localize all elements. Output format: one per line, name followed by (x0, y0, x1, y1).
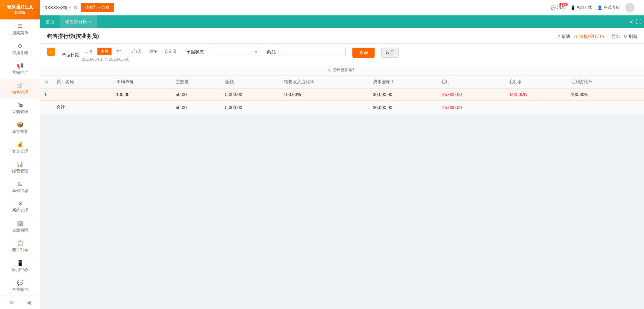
tab-actions: ✕ ⛶ (629, 19, 644, 25)
sidebar-sales-icon: 🛒 (17, 82, 24, 89)
sidebar-quick-nav-label: 快捷导航 (12, 50, 28, 56)
goods-more-icon[interactable]: ... (284, 49, 288, 54)
app-download-label: App下载 (577, 5, 592, 10)
date-range: 2023-06-01 至 2023-06-30 (82, 57, 180, 62)
sidebar-footer: ⚙ ◀ (0, 296, 40, 309)
table-footer: 合计 50.00 5,000.00 30,000.00 -25,000.00 (40, 101, 644, 114)
row-cost: 30,000.00 (369, 89, 437, 101)
goods-filter-group: 商品 ... (267, 48, 346, 56)
sidebar-item-marketing[interactable]: 📢营销推广 (0, 59, 40, 79)
gross-pct-sort-icon[interactable]: ↕ (594, 80, 596, 84)
table-header: ⚙ 员工名称 平均单价 主数量 全额 销售收入占比% 成本全额 ℹ 毛利 (40, 75, 644, 89)
app-download-button[interactable]: 📱 App下载 (570, 5, 592, 10)
sidebar-item-operation[interactable]: 📊经营管理 (0, 158, 40, 177)
filter-collapse-button[interactable]: › (47, 48, 55, 56)
date-shortcut-本年[interactable]: 本年 (113, 48, 127, 55)
help-button[interactable]: ? 帮助 (557, 34, 570, 40)
export-label: 导出 (611, 34, 620, 40)
sidebar-item-enterprise[interactable]: 🏢企业协同 (0, 217, 40, 237)
col-gross-header: 毛利 (437, 75, 504, 89)
sidebar-item-quick-nav[interactable]: ⊕快捷导航 (0, 39, 40, 59)
sidebar-quick-nav-icon: ⊕ (18, 43, 22, 49)
tab-sales-rank[interactable]: 销售排行榜 × (60, 15, 97, 28)
sidebar-collapse-icon[interactable]: ◀ (27, 299, 31, 306)
window-close-button[interactable]: ✕ (629, 19, 633, 25)
date-shortcut-近7天[interactable]: 近7天 (128, 48, 145, 55)
message-button[interactable]: 💬 消息 99+ (551, 5, 565, 10)
date-shortcut-上月[interactable]: 上月 (82, 48, 96, 55)
company-name: XXXXX公司 (44, 5, 68, 11)
refresh-button[interactable]: ↻ 刷新 (624, 34, 637, 40)
row-amount: 5,000.00 (221, 89, 280, 101)
sidebar-enterprise-icon: 🏢 (17, 220, 24, 226)
sidebar-item-search[interactable]: ☰搜索菜单 (0, 19, 40, 39)
sidebar-item-purchase[interactable]: 🛍采购管理 (0, 99, 40, 118)
sidebar-settings-icon[interactable]: ⚙ (9, 299, 14, 306)
footer-empty-5 (567, 101, 644, 114)
col-employee-header: 员工名称 (52, 75, 112, 89)
sidebar-basic-icon: 🗂 (17, 181, 23, 187)
footer-cost: 30,000.00 (369, 101, 437, 114)
sidebar-item-inventory[interactable]: 📦库存核算 (0, 118, 40, 138)
sidebar-item-sales[interactable]: 🛒销售管理 (0, 79, 40, 99)
app-download-icon: 📱 (570, 5, 575, 10)
page-title: 销售排行榜(按业务员) (47, 33, 99, 40)
app-subtitle: 标准版 (3, 10, 37, 15)
status-label: 单据状态 (186, 49, 204, 55)
sidebar-item-system[interactable]: ⚙系统管理 (0, 197, 40, 217)
date-shortcut-更多[interactable]: 更多 (146, 48, 160, 55)
expand-button[interactable]: ∨ 展开更多条件 (328, 67, 356, 73)
sidebar-system-icon: ⚙ (18, 200, 23, 207)
online-service-button[interactable]: 👤 在线客服 (597, 5, 620, 10)
col-gross-pct-header: 毛利占比% ↕ (567, 75, 644, 89)
col-cost-header: 成本全额 ℹ (369, 75, 437, 89)
settings-button[interactable]: 设置 (381, 48, 399, 58)
date-shortcut-本月[interactable]: 本月 (97, 48, 112, 55)
topbar-settings-icon[interactable]: ⚙ (73, 4, 78, 11)
online-service-icon: 👤 (597, 5, 602, 10)
row-rank: 1 (40, 89, 52, 101)
status-select[interactable]: ▾ (207, 48, 260, 56)
user-avatar[interactable] (625, 3, 635, 12)
sidebar-item-basic[interactable]: 🗂基础信息 (0, 177, 40, 197)
online-service-label: 在线客服 (604, 5, 620, 10)
expand-row: ∨ 展开更多条件 (40, 65, 644, 75)
print-button[interactable]: 🖨 按模板打印 ▾ (573, 34, 605, 40)
window-expand-button[interactable]: ⛶ (636, 19, 641, 25)
footer-empty-3 (280, 101, 369, 114)
sidebar-enterprise-label: 企业协同 (12, 227, 28, 233)
tab-home[interactable]: 首页 (40, 15, 60, 28)
row-employee (52, 89, 112, 101)
export-button[interactable]: ↑ 导出 (608, 34, 620, 40)
sidebar-item-weixin[interactable]: 💬企业微信 (0, 276, 40, 296)
expand-icon: ∨ (328, 68, 331, 72)
filter-main-row: › 单据日期 上月本月本年近7天更多自定义 2023-06-01 至 2023-… (40, 44, 644, 65)
sidebar: 畅康通好生意 标准版 ☰搜索菜单⊕快捷导航📢营销推广🛒销售管理🛍采购管理📦库存核… (0, 0, 40, 309)
date-shortcut-自定义[interactable]: 自定义 (162, 48, 180, 55)
col-avg-price-header: 平均单价 (112, 75, 172, 89)
sidebar-item-apps[interactable]: 📱应用中心 (0, 256, 40, 276)
sidebar-marketing-label: 营销推广 (12, 70, 28, 75)
help-label: 帮助 (561, 34, 570, 40)
sidebar-inventory-label: 库存核算 (12, 129, 28, 135)
sidebar-basic-label: 基础信息 (12, 188, 28, 194)
sidebar-weixin-label: 企业微信 (12, 287, 28, 293)
sidebar-weixin-icon: 💬 (17, 279, 24, 286)
goods-input[interactable]: ... (278, 48, 346, 56)
tab-close-icon[interactable]: × (89, 19, 91, 24)
table-settings-gear-icon[interactable]: ⚙ (44, 80, 48, 85)
footer-gross: -25,000.00 (437, 101, 504, 114)
company-selector[interactable]: XXXXX公司 ▾ (44, 5, 71, 11)
col-sales-pct-header: 销售收入占比% (280, 75, 369, 89)
col-gross-rate-header: 毛利率 (505, 75, 567, 89)
page-actions: ? 帮助 🖨 按模板打印 ▾ ↑ 导出 ↻ 刷新 (557, 34, 637, 40)
footer-main-qty: 50.00 (172, 101, 221, 114)
message-icon: 💬 (551, 5, 556, 10)
query-button[interactable]: 查询 (352, 48, 375, 58)
cost-info-icon[interactable]: ℹ (392, 80, 394, 84)
sidebar-item-guide[interactable]: 📋新手引导 (0, 237, 40, 256)
app-title: 畅康通好生意 (3, 4, 37, 10)
sidebar-item-finance[interactable]: 💰资金管理 (0, 138, 40, 158)
date-wrap: 上月本月本年近7天更多自定义 2023-06-01 至 2023-06-30 (82, 48, 180, 62)
trial-button[interactable]: 体验行业方案 (81, 3, 114, 12)
